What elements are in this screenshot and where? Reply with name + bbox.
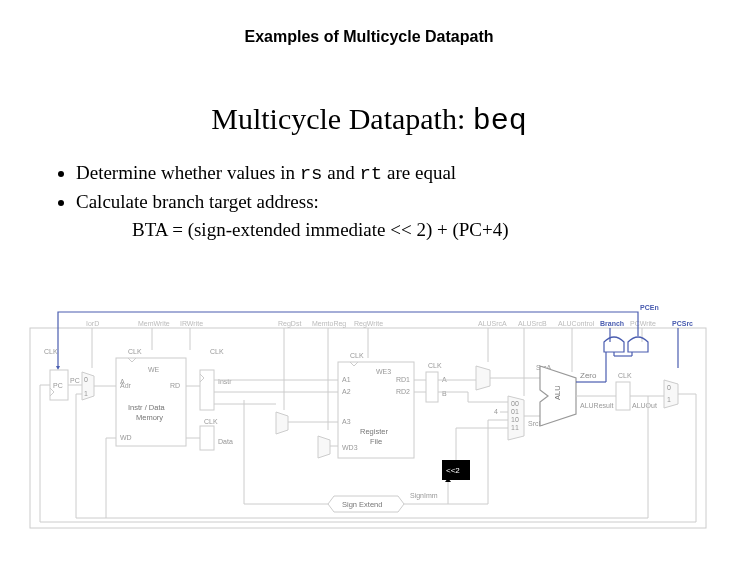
svg-text:CLK: CLK — [210, 348, 224, 355]
sig-irwrite: IRWrite — [180, 320, 203, 327]
datapath-diagram: IorD MemWrite IRWrite RegDst MemtoReg Re… — [28, 300, 708, 550]
svg-text:Sign Extend: Sign Extend — [342, 500, 382, 509]
regdst-mux — [276, 412, 288, 434]
svg-text:PC: PC — [70, 377, 80, 384]
svg-text:0: 0 — [667, 384, 671, 391]
svg-text:01: 01 — [511, 408, 519, 415]
svg-text:00: 00 — [511, 400, 519, 407]
svg-text:10: 10 — [511, 416, 519, 423]
bullet-1: Determine whether values in rs and rt ar… — [76, 162, 738, 185]
branch-and-gate — [604, 337, 624, 352]
svg-text:A1: A1 — [342, 376, 351, 383]
svg-marker-16 — [56, 366, 60, 370]
svg-text:RD2: RD2 — [396, 388, 410, 395]
svg-text:Memory: Memory — [136, 413, 163, 422]
svg-text:CLK: CLK — [204, 418, 218, 425]
sig-branch: Branch — [600, 320, 624, 327]
svg-text:11: 11 — [511, 424, 519, 431]
aluout-reg — [616, 382, 630, 410]
svg-text:WE3: WE3 — [376, 368, 391, 375]
svg-text:ALU: ALU — [553, 385, 562, 400]
svg-text:A3: A3 — [342, 418, 351, 425]
document-title: Examples of Multicycle Datapath — [0, 0, 738, 46]
svg-text:RD: RD — [170, 382, 180, 389]
svg-text:<<2: <<2 — [446, 466, 460, 475]
sig-pcen: PCEn — [640, 304, 659, 311]
svg-text:Instr / Data: Instr / Data — [128, 403, 166, 412]
svg-text:B: B — [442, 390, 447, 397]
sig-regwrite: RegWrite — [354, 320, 383, 328]
sig-regdst: RegDst — [278, 320, 301, 328]
sig-alusrca: ALUSrcA — [478, 320, 507, 327]
svg-text:Register: Register — [360, 427, 388, 436]
svg-text:A: A — [120, 378, 125, 385]
data-reg — [200, 426, 214, 450]
memtoreg-mux — [318, 436, 330, 458]
sig-pcwrite: PCWrite — [630, 320, 656, 327]
svg-text:SignImm: SignImm — [410, 492, 438, 500]
svg-text:0: 0 — [84, 376, 88, 383]
svg-text:WE: WE — [148, 366, 160, 373]
sig-alusrcb: ALUSrcB — [518, 320, 547, 327]
svg-text:RD1: RD1 — [396, 376, 410, 383]
svg-text:File: File — [370, 437, 382, 446]
svg-text:WD3: WD3 — [342, 444, 358, 451]
sig-iord: IorD — [86, 320, 99, 327]
sig-memwrite: MemWrite — [138, 320, 170, 327]
svg-text:Data: Data — [218, 438, 233, 445]
slide-title-prefix: Multicycle Datapath: — [211, 102, 473, 135]
svg-text:PC: PC — [53, 382, 63, 389]
slide-title-code: beq — [473, 104, 527, 138]
svg-text:4: 4 — [494, 408, 498, 415]
pcen-or-gate — [628, 337, 648, 352]
svg-text:WD: WD — [120, 434, 132, 441]
equation: BTA = (sign-extended immediate << 2) + (… — [132, 219, 738, 241]
sig-aluctrl: ALUControl — [558, 320, 595, 327]
svg-text:A2: A2 — [342, 388, 351, 395]
svg-text:CLK: CLK — [128, 348, 142, 355]
svg-text:CLK: CLK — [44, 348, 58, 355]
svg-text:ALUResult: ALUResult — [580, 402, 614, 409]
sig-memtoreg: MemtoReg — [312, 320, 346, 328]
sig-pcsrc: PCSrc — [672, 320, 693, 327]
bullet-list: Determine whether values in rs and rt ar… — [76, 162, 738, 241]
svg-text:CLK: CLK — [428, 362, 442, 369]
slide-title: Multicycle Datapath: beq — [0, 102, 738, 138]
svg-text:1: 1 — [84, 390, 88, 397]
svg-text:1: 1 — [667, 396, 671, 403]
svg-text:CLK: CLK — [350, 352, 364, 359]
zero-label: Zero — [580, 371, 597, 380]
svg-text:CLK: CLK — [618, 372, 632, 379]
bullet-2: Calculate branch target address: — [76, 191, 738, 213]
srca-mux — [476, 366, 490, 390]
ab-reg — [426, 372, 438, 402]
svg-text:Instr: Instr — [218, 378, 232, 385]
svg-text:ALUOut: ALUOut — [632, 402, 657, 409]
